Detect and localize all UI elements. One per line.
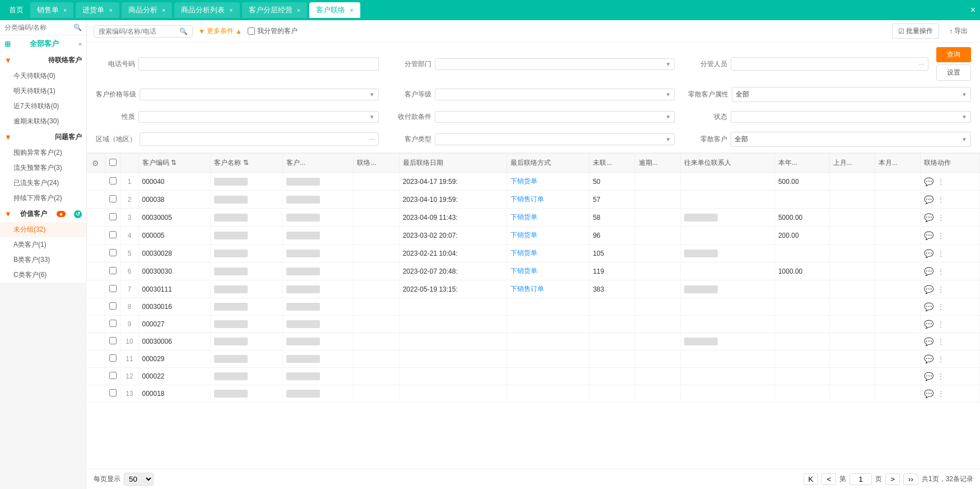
message-icon[interactable]: 💬 <box>924 389 933 398</box>
scatter-select[interactable]: 全部 ▼ <box>731 132 971 147</box>
pending-contact-section[interactable]: ▼ 待联络客户 <box>0 52 86 68</box>
nav-tab-purchase[interactable]: 进货单 × <box>76 2 119 18</box>
more-filters-btn[interactable]: ▼ 更多条件 ▲ <box>198 26 242 36</box>
menu-icon[interactable]: ⋮ <box>937 213 945 222</box>
col-settings[interactable]: ⚙ <box>87 154 105 173</box>
menu-icon[interactable]: ⋮ <box>937 267 945 276</box>
batch-ops-button[interactable]: ☑ 批量操作 <box>892 24 939 39</box>
message-icon[interactable]: 💬 <box>924 195 933 204</box>
message-icon[interactable]: 💬 <box>924 285 933 294</box>
row-checkbox[interactable] <box>105 191 120 209</box>
prev-page-button[interactable]: < <box>821 473 836 485</box>
row-checkbox[interactable] <box>105 227 120 245</box>
problem-customers-section[interactable]: ▼ 问题客户 <box>0 129 86 145</box>
sidebar-item-churned[interactable]: 已流失客户(24) <box>0 176 86 191</box>
dept-select[interactable]: ▼ <box>435 58 675 70</box>
first-page-button[interactable]: K <box>803 473 819 485</box>
sidebar-item-declining[interactable]: 持续下滑客户(2) <box>0 191 86 206</box>
menu-icon[interactable]: ⋮ <box>937 389 945 398</box>
message-icon[interactable]: 💬 <box>924 337 933 346</box>
next-page-button[interactable]: > <box>885 473 900 485</box>
menu-icon[interactable]: ⋮ <box>937 354 945 363</box>
reset-button[interactable]: 设置 <box>936 64 971 81</box>
close-icon[interactable]: × <box>63 7 67 13</box>
col-checkbox[interactable] <box>105 154 120 173</box>
row-checkbox[interactable] <box>105 173 120 191</box>
phone-input[interactable] <box>138 57 379 71</box>
close-icon[interactable]: × <box>162 7 165 13</box>
per-page-select[interactable]: 50 100 <box>124 473 154 486</box>
close-icon[interactable]: × <box>350 7 353 13</box>
nav-tab-product-analysis[interactable]: 商品分析 × <box>122 2 172 18</box>
row-checkbox[interactable] <box>105 209 120 227</box>
row-checkbox[interactable] <box>105 333 120 350</box>
sidebar-item-a-class[interactable]: A类客户(1) <box>0 237 86 252</box>
sidebar-item-churn-warning[interactable]: 流失预警客户(3) <box>0 160 86 176</box>
row-checkbox[interactable] <box>105 245 120 262</box>
sidebar-item-b-class[interactable]: B类客户(33) <box>0 252 86 267</box>
category-search-input[interactable] <box>4 24 71 31</box>
close-icon[interactable]: × <box>229 7 233 13</box>
nav-tab-sales[interactable]: 销售单 × <box>30 2 73 18</box>
menu-icon[interactable]: ⋮ <box>937 302 945 311</box>
row-checkbox[interactable] <box>105 280 120 298</box>
search-icon[interactable]: 🔍 <box>73 24 82 31</box>
sidebar-item-7days[interactable]: 近7天待联络(0) <box>0 99 86 114</box>
menu-icon[interactable]: ⋮ <box>937 285 945 294</box>
price-level-select[interactable]: ▼ <box>140 89 379 100</box>
message-icon[interactable]: 💬 <box>924 354 933 363</box>
row-checkbox[interactable] <box>105 298 120 316</box>
page-number-input[interactable] <box>849 473 872 485</box>
last-page-button[interactable]: ›› <box>903 473 918 485</box>
row-checkbox[interactable] <box>105 385 120 403</box>
value-customers-section[interactable]: ▼ 价值客户 ● ↺ <box>0 206 86 222</box>
my-customers-checkbox[interactable] <box>248 27 255 35</box>
menu-icon[interactable]: ⋮ <box>937 195 945 204</box>
ellipsis-icon[interactable]: ··· <box>369 135 375 143</box>
message-icon[interactable]: 💬 <box>924 249 933 258</box>
my-customers-filter[interactable]: 我分管的客户 <box>248 26 298 36</box>
main-search-input[interactable] <box>99 27 177 35</box>
menu-icon[interactable]: ⋮ <box>937 320 945 329</box>
sidebar-item-tomorrow[interactable]: 明天待联络(1) <box>0 84 86 99</box>
scatter-attr-select[interactable]: 全部 ▼ <box>732 87 971 102</box>
sidebar-search-box[interactable]: 🔍 <box>0 20 86 35</box>
message-icon[interactable]: 💬 <box>924 177 933 186</box>
customer-level-select[interactable]: ▼ <box>435 89 675 100</box>
sidebar-item-no-group[interactable]: 未分组(32) <box>0 222 86 237</box>
all-customers-header[interactable]: ⊞ 全部客户 « <box>0 35 86 52</box>
col-name[interactable]: 客户名称 ⇅ <box>211 154 283 173</box>
menu-icon[interactable]: ⋮ <box>937 231 945 240</box>
nature-select[interactable]: ▼ <box>138 111 379 123</box>
export-button[interactable]: ↑ 导出 <box>944 24 973 38</box>
message-icon[interactable]: 💬 <box>924 213 933 222</box>
nav-tab-customer-segment[interactable]: 客户分层经营 × <box>242 2 307 18</box>
chevron-left-icon[interactable]: « <box>78 40 82 47</box>
menu-icon[interactable]: ⋮ <box>937 372 945 381</box>
nav-tab-customer-contact[interactable]: 客户联络 × <box>309 2 360 18</box>
search-icon[interactable]: 🔍 <box>179 27 188 35</box>
query-button[interactable]: 查询 <box>936 47 971 62</box>
select-all-checkbox[interactable] <box>109 159 117 166</box>
close-icon[interactable]: × <box>297 7 300 13</box>
sidebar-item-overdue[interactable]: 逾期未联络(30) <box>0 114 86 129</box>
customer-type-select[interactable]: ▼ <box>435 133 675 145</box>
payment-select[interactable]: ▼ <box>435 111 675 123</box>
status-select[interactable]: ▼ <box>731 111 971 123</box>
region-select[interactable]: ··· <box>140 132 379 146</box>
message-icon[interactable]: 💬 <box>924 372 933 381</box>
nav-home[interactable]: 首页 <box>4 5 28 15</box>
menu-icon[interactable]: ⋮ <box>937 337 945 346</box>
sidebar-item-c-class[interactable]: C类客户(6) <box>0 267 86 283</box>
row-checkbox[interactable] <box>105 368 120 385</box>
row-checkbox[interactable] <box>105 350 120 368</box>
row-checkbox[interactable] <box>105 262 120 280</box>
message-icon[interactable]: 💬 <box>924 320 933 329</box>
col-code[interactable]: 客户编码 ⇅ <box>138 154 211 173</box>
menu-icon[interactable]: ⋮ <box>937 177 945 186</box>
refresh-icon[interactable]: ↺ <box>74 210 82 218</box>
message-icon[interactable]: 💬 <box>924 302 933 311</box>
nav-tab-product-list[interactable]: 商品分析列表 × <box>174 2 239 18</box>
close-icon[interactable]: × <box>109 7 112 13</box>
message-icon[interactable]: 💬 <box>924 267 933 276</box>
